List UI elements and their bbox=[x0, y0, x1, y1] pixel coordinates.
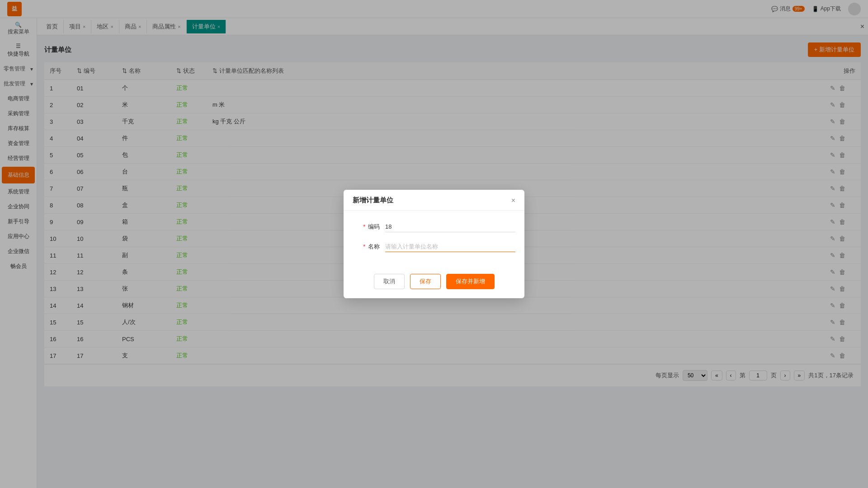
save-button[interactable]: 保存 bbox=[410, 274, 441, 289]
form-label-code: * 编码 bbox=[353, 223, 380, 231]
dialog-title: 新增计量单位 bbox=[353, 196, 393, 205]
code-label-text: 编码 bbox=[368, 223, 380, 230]
form-label-name: * 名称 bbox=[353, 243, 380, 251]
required-marker-name: * bbox=[363, 243, 365, 250]
cancel-button[interactable]: 取消 bbox=[374, 274, 405, 289]
code-input[interactable] bbox=[385, 221, 515, 232]
form-row-name: * 名称 bbox=[353, 241, 515, 252]
dialog-footer: 取消 保存 保存并新增 bbox=[344, 268, 524, 298]
dialog-overlay[interactable]: 新增计量单位 × * 编码 * 名称 取消 保存 保存并新增 bbox=[0, 0, 868, 488]
dialog-header: 新增计量单位 × bbox=[344, 190, 524, 211]
add-unit-dialog: 新增计量单位 × * 编码 * 名称 取消 保存 保存并新增 bbox=[344, 190, 524, 298]
dialog-body: * 编码 * 名称 bbox=[344, 211, 524, 268]
name-input[interactable] bbox=[385, 241, 515, 252]
dialog-close-button[interactable]: × bbox=[511, 197, 515, 205]
name-label-text: 名称 bbox=[368, 243, 380, 250]
required-marker-code: * bbox=[363, 223, 365, 230]
save-new-button[interactable]: 保存并新增 bbox=[446, 274, 495, 289]
form-row-code: * 编码 bbox=[353, 221, 515, 232]
